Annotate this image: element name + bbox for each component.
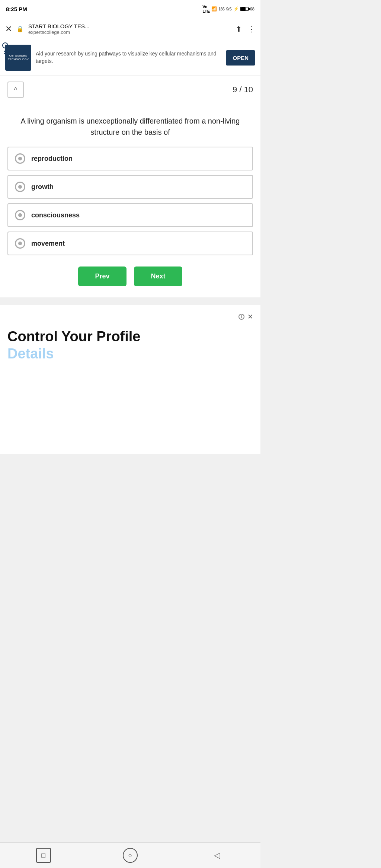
radio-reproduction [15, 153, 25, 164]
network-type: VoLTE [202, 4, 210, 13]
option-growth[interactable]: growth [7, 175, 253, 199]
browser-url-area: START BIOLOGY TES... expertscollege.com [28, 23, 231, 35]
options-container: reproduction growth consciousness moveme… [0, 147, 260, 255]
option-label-consciousness: consciousness [31, 211, 80, 219]
radio-growth [15, 182, 25, 192]
back-button[interactable]: ◁ [209, 848, 224, 863]
bottom-ad-banner: i ✕ Control Your Profile Details [0, 305, 260, 454]
bottom-ad-close-button[interactable]: ✕ [247, 313, 253, 321]
share-icon[interactable]: ⬆ [236, 25, 242, 33]
collapse-button[interactable]: ^ [7, 82, 24, 98]
option-label-movement: movement [31, 240, 65, 248]
bottom-ad-title-line1: Control Your Profile [7, 328, 253, 345]
option-movement[interactable]: movement [7, 232, 253, 255]
next-button[interactable]: Next [134, 267, 182, 286]
bottom-navigation: □ ○ ◁ [0, 842, 260, 868]
quiz-card: ^ 9 / 10 A living organism is unexceptio… [0, 76, 260, 297]
ad-description: Aid your research by using pathways to v… [31, 50, 226, 65]
bottom-ad-title: Control Your Profile Details [7, 328, 253, 362]
nav-buttons: Prev Next [0, 267, 260, 286]
option-consciousness[interactable]: consciousness [7, 203, 253, 227]
battery-icon [240, 7, 249, 11]
browser-actions: ⬆ ⋮ [236, 25, 255, 33]
square-button[interactable]: □ [36, 848, 51, 863]
data-speed: 186 K/S [218, 7, 232, 11]
battery-level: 68 [250, 7, 254, 11]
ad-info-button[interactable]: i [2, 42, 8, 48]
ad-logo: Cell Signaling TECHNOLOGY [5, 45, 31, 71]
more-options-icon[interactable]: ⋮ [248, 25, 255, 33]
question-text: A living organism is unexceptionally dif… [0, 104, 260, 147]
quiz-wrapper: ^ 9 / 10 A living organism is unexceptio… [0, 76, 260, 297]
status-icons: VoLTE 📶 186 K/S ⚡ 68 [202, 4, 254, 13]
option-reproduction[interactable]: reproduction [7, 147, 253, 170]
option-label-growth: growth [31, 183, 54, 191]
option-label-reproduction: reproduction [31, 155, 73, 163]
lock-icon: 🔒 [16, 25, 24, 32]
status-bar: 8:25 PM VoLTE 📶 186 K/S ⚡ 68 [0, 0, 260, 18]
home-button[interactable]: ○ [123, 848, 138, 863]
radio-movement [15, 238, 25, 249]
ad-close-button[interactable]: ✕ [3, 49, 8, 56]
browser-close-button[interactable]: ✕ [5, 24, 12, 34]
browser-bar: ✕ 🔒 START BIOLOGY TES... expertscollege.… [0, 18, 260, 40]
status-time: 8:25 PM [6, 6, 27, 12]
page-domain: expertscollege.com [28, 29, 231, 35]
top-ad-banner: i ✕ Cell Signaling TECHNOLOGY Aid your r… [0, 40, 260, 76]
question-counter: 9 / 10 [24, 85, 253, 95]
bottom-ad-info-button[interactable]: i [238, 314, 244, 320]
bottom-ad-title-line2: Details [7, 345, 253, 363]
ad-open-button[interactable]: OPEN [226, 50, 255, 66]
radio-consciousness [15, 210, 25, 220]
ad-controls: i ✕ [2, 42, 8, 56]
prev-button[interactable]: Prev [78, 267, 127, 286]
battery-fill [241, 7, 246, 10]
signal-strength: 📶 [211, 6, 217, 12]
bottom-ad-controls: i ✕ [7, 313, 253, 321]
page-title: START BIOLOGY TES... [28, 23, 231, 29]
quiz-header: ^ 9 / 10 [0, 76, 260, 104]
extra-icon: ⚡ [233, 6, 239, 12]
